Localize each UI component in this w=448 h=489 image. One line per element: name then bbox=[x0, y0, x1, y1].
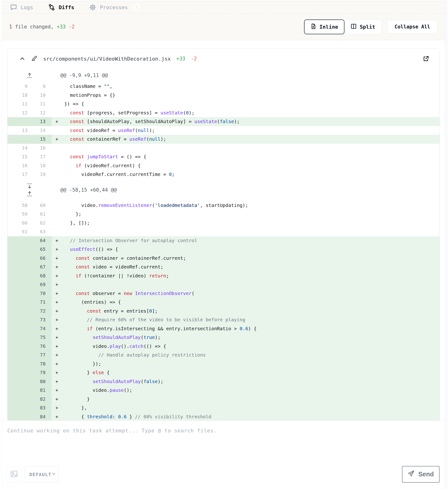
file-additions: +33 bbox=[176, 56, 185, 62]
new-line-number: 80 bbox=[27, 377, 52, 386]
hunk-header: @@ -58,15 +60,44 @@ bbox=[8, 179, 440, 201]
diff-marker bbox=[52, 170, 64, 179]
diff-line: 79+ } else { bbox=[8, 368, 440, 377]
hunk-range-text: @@ -9,9 +9,11 @@ bbox=[60, 73, 108, 78]
diff-marker: + bbox=[52, 377, 64, 386]
diff-marker: + bbox=[52, 368, 64, 377]
tab-diffs[interactable]: Diffs bbox=[48, 4, 74, 11]
old-line-number: 60 bbox=[8, 219, 27, 228]
inline-view-button[interactable]: Inline bbox=[304, 19, 344, 34]
expand-up-icon[interactable] bbox=[27, 191, 32, 197]
diff-marker bbox=[52, 108, 64, 117]
code-line: motionProps = {} bbox=[64, 91, 440, 100]
new-line-number: 63 bbox=[27, 227, 52, 236]
code-line: } bbox=[64, 395, 440, 404]
pencil-icon bbox=[31, 56, 38, 62]
old-line-number: 11 bbox=[8, 100, 27, 108]
diff-line: 71+ (entries) => { bbox=[8, 298, 440, 307]
diff-line: 77+ // Handle autoplay policy restrictio… bbox=[8, 351, 440, 359]
code-line: if (!container || !video) return; bbox=[64, 271, 440, 280]
new-line-number: 81 bbox=[27, 386, 52, 395]
diff-line: 68+ if (!container || !video) return; bbox=[8, 271, 440, 280]
external-link-icon[interactable] bbox=[423, 56, 429, 62]
diff-line: 64+ // Intersection Observer for autopla… bbox=[8, 236, 440, 245]
new-line-number: 64 bbox=[27, 236, 52, 245]
diff-line: 1517 const jumpToStart = () => { bbox=[8, 152, 440, 161]
code-line bbox=[64, 280, 440, 289]
new-line-number: 19 bbox=[27, 170, 52, 179]
collapse-all-button[interactable]: Collapse All bbox=[387, 20, 437, 33]
chat-icon bbox=[10, 4, 17, 11]
message-input[interactable]: Continue working on this task attempt...… bbox=[2, 421, 445, 433]
tab-processes[interactable]: Processes 3 bbox=[89, 3, 140, 11]
code-line: const jumpToStart = () => { bbox=[64, 152, 440, 161]
old-line-number bbox=[8, 395, 27, 404]
diff-marker bbox=[52, 144, 64, 153]
diff-marker: + bbox=[52, 307, 64, 316]
processes-count-badge: 3 bbox=[132, 3, 140, 11]
diff-line: 15+ const containerRef = useRef(null); bbox=[8, 135, 440, 144]
send-label: Send bbox=[418, 471, 434, 478]
app-window: Logs Diffs Processes 3 bbox=[0, 0, 448, 489]
file-path[interactable]: src/components/ui/VideoWithDecoration.js… bbox=[43, 56, 171, 62]
diff-line: 5961 }; bbox=[8, 210, 440, 219]
chevron-up-icon[interactable] bbox=[19, 56, 25, 62]
file-deletions: -2 bbox=[191, 56, 197, 62]
new-line-number: 9 bbox=[27, 82, 52, 91]
diff-summary: 1 file changed, +33 -2 bbox=[9, 24, 75, 30]
code-line: // Require 60% of the video to be visibl… bbox=[64, 315, 440, 324]
diff-marker bbox=[52, 210, 64, 219]
diff-marker bbox=[52, 161, 64, 170]
expand-up-icon[interactable] bbox=[27, 72, 32, 78]
scrollbar-gutter[interactable] bbox=[445, 0, 448, 489]
old-line-number bbox=[8, 359, 27, 368]
diff-line: 1314 const videoRef = useRef(null); bbox=[8, 126, 440, 135]
attach-image-button[interactable] bbox=[7, 466, 22, 482]
diff-area: src/components/ui/VideoWithDecoration.js… bbox=[2, 40, 445, 420]
file-diff-card: src/components/ui/VideoWithDecoration.js… bbox=[7, 48, 440, 420]
new-line-number: 65 bbox=[27, 245, 52, 254]
new-line-number: 71 bbox=[27, 298, 52, 307]
paper-plane-icon bbox=[408, 470, 415, 479]
split-view-button[interactable]: Split bbox=[344, 20, 382, 34]
split-columns-icon bbox=[351, 23, 357, 31]
old-line-number bbox=[8, 236, 27, 245]
new-line-number: 14 bbox=[27, 126, 52, 135]
old-line-number bbox=[8, 386, 27, 395]
old-line-number bbox=[8, 351, 27, 359]
diff-marker bbox=[52, 219, 64, 228]
code-line: video.pause(); bbox=[64, 386, 440, 395]
old-line-number bbox=[8, 289, 27, 298]
code-line: const container = containerRef.current; bbox=[64, 254, 440, 263]
old-line-number bbox=[8, 263, 27, 271]
new-line-number: 60 bbox=[27, 201, 52, 210]
new-line-number: 83 bbox=[27, 404, 52, 412]
profile-select[interactable]: DEFAULT bbox=[25, 466, 58, 482]
new-line-number: 13 bbox=[27, 117, 52, 126]
diff-line: 84+ { threshold: 0.6 } // 60% visibility… bbox=[8, 412, 440, 421]
code-line bbox=[64, 227, 440, 236]
tab-logs[interactable]: Logs bbox=[10, 4, 33, 11]
expand-down-icon[interactable] bbox=[27, 183, 32, 189]
image-icon bbox=[10, 470, 18, 479]
code-line: video.removeEventListener('loadedmetadat… bbox=[64, 201, 440, 210]
diff-marker: + bbox=[52, 263, 64, 271]
code-line bbox=[64, 144, 440, 153]
diff-line: 80+ setShouldAutoPlay(false); bbox=[8, 377, 440, 386]
diff-line: 1719 videoRef.current.currentTime = 0; bbox=[8, 170, 440, 179]
old-line-number bbox=[8, 324, 27, 333]
new-line-number: 16 bbox=[27, 144, 52, 153]
composer: Continue working on this task attempt...… bbox=[2, 420, 445, 489]
new-line-number: 77 bbox=[27, 351, 52, 359]
send-button[interactable]: Send bbox=[402, 466, 440, 483]
diff-marker bbox=[52, 152, 64, 161]
old-line-number bbox=[8, 271, 27, 280]
new-line-number: 70 bbox=[27, 289, 52, 298]
tab-label: Processes bbox=[100, 4, 128, 10]
diff-line: 13+ const [shouldAutoPlay, setShouldAuto… bbox=[8, 117, 440, 126]
diff-line: 1111}) => { bbox=[8, 100, 440, 108]
files-changed-text: 1 file changed, bbox=[9, 24, 54, 30]
diff-marker: + bbox=[52, 254, 64, 263]
profile-value: DEFAULT bbox=[29, 472, 51, 477]
diff-line: 6163 bbox=[8, 227, 440, 236]
